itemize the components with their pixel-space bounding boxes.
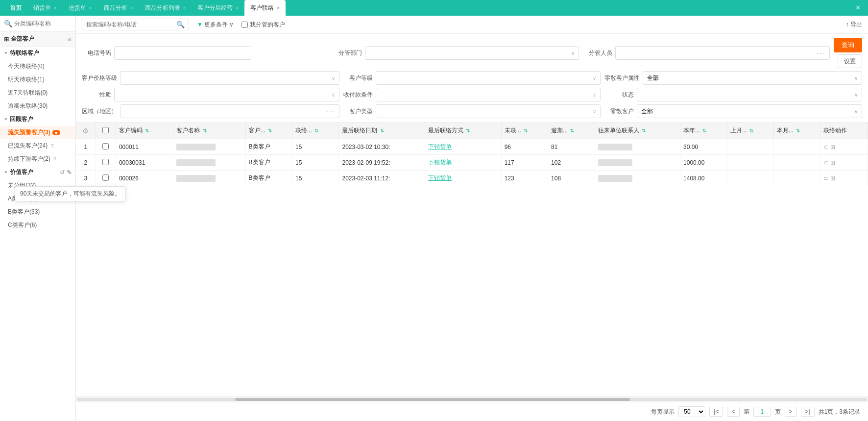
- more-icon[interactable]: ···: [817, 49, 825, 57]
- search-input[interactable]: [86, 21, 174, 28]
- row-checkbox[interactable]: [96, 155, 116, 171]
- sidebar-group-pending[interactable]: ▼ 待联络客户: [0, 47, 75, 60]
- close-icon[interactable]: ×: [130, 5, 133, 11]
- sidebar-item-7days[interactable]: 近7天待联络(0): [0, 86, 75, 99]
- sidebar-search-bar[interactable]: 🔍: [0, 16, 75, 32]
- filter-retail-select[interactable]: 全部 ∨: [637, 104, 862, 118]
- filter-phone-input[interactable]: [114, 46, 251, 60]
- contact-way-link[interactable]: 下销货单: [428, 174, 452, 181]
- first-page-button[interactable]: |<: [709, 407, 723, 417]
- col-this-month[interactable]: 本月... ⇅: [773, 123, 820, 139]
- row-checkbox-input[interactable]: [102, 143, 109, 149]
- row-checkbox[interactable]: [96, 139, 116, 155]
- sidebar-item-class-c[interactable]: C类客户(6): [0, 219, 75, 232]
- scroll-thumb[interactable]: [235, 398, 630, 401]
- col-not-contacted[interactable]: 未联... ⇅: [501, 123, 548, 139]
- col-last-contact-date[interactable]: 最后联络日期 ⇅: [339, 123, 425, 139]
- row-last-contact-way[interactable]: 下销货单: [425, 171, 502, 186]
- refresh-icon[interactable]: ↺: [60, 169, 65, 176]
- filter-retail-attr-select[interactable]: 全部 ∨: [643, 71, 862, 85]
- collapse-icon[interactable]: «: [68, 35, 72, 43]
- sidebar-group-value[interactable]: ▼ 价值客户 ↺ ✎: [0, 166, 75, 179]
- row-actions[interactable]: ⊂⊞: [820, 155, 868, 171]
- sidebar-item-churned[interactable]: 已流失客户(24) ?: [0, 139, 75, 152]
- tab-product-analysis[interactable]: 商品分析 ×: [98, 0, 139, 16]
- filter-customer-grade-select[interactable]: ∨: [376, 71, 601, 85]
- gear-icon[interactable]: ⚙: [82, 127, 89, 135]
- menu-icon[interactable]: ⊞: [830, 144, 835, 150]
- menu-icon[interactable]: ⊞: [830, 159, 835, 166]
- close-icon[interactable]: ×: [277, 5, 280, 11]
- export-button[interactable]: ↑ 导出: [846, 21, 862, 29]
- filter-dept-select[interactable]: ∨: [365, 46, 579, 60]
- per-page-select[interactable]: 50 100 200: [678, 406, 705, 417]
- contact-way-link[interactable]: 下销货单: [428, 143, 452, 150]
- row-actions[interactable]: ⊂⊞: [820, 139, 868, 155]
- horizontal-scrollbar[interactable]: [76, 396, 868, 402]
- select-all-checkbox[interactable]: [102, 127, 109, 133]
- tab-product-analysis-list[interactable]: 商品分析列表 ×: [139, 0, 192, 16]
- row-last-contact-way[interactable]: 下销货单: [425, 155, 502, 171]
- filter-payment-select[interactable]: ∨: [376, 88, 601, 101]
- row-checkbox-input[interactable]: [102, 159, 109, 165]
- contact-way-link[interactable]: 下销货单: [428, 159, 452, 166]
- col-name[interactable]: 客户名称 ⇅: [173, 123, 245, 139]
- close-all-button[interactable]: ×: [852, 3, 864, 12]
- page-number-input[interactable]: [753, 407, 771, 417]
- tab-purchase[interactable]: 进货单 ×: [63, 0, 98, 16]
- filter-status-select[interactable]: ∨: [637, 88, 862, 101]
- last-page-button[interactable]: >|: [801, 407, 815, 417]
- col-unit-contacts[interactable]: 往来单位联系人 ⇅: [595, 123, 680, 139]
- tab-sales[interactable]: 销货单 ×: [27, 0, 63, 16]
- row-last-contact-way[interactable]: 下销货单: [425, 139, 502, 155]
- edit-icon[interactable]: ✎: [67, 169, 72, 176]
- row-actions[interactable]: ⊂⊞: [820, 171, 868, 186]
- sidebar-item-overdue[interactable]: 逾期未联络(30): [0, 99, 75, 113]
- sidebar-item-declining[interactable]: 持续下滑客户(2) ?: [0, 152, 75, 166]
- sidebar-item-today[interactable]: 今天待联络(0): [0, 60, 75, 73]
- search-icon[interactable]: 🔍: [176, 21, 185, 28]
- filter-nature-select[interactable]: ∨: [114, 88, 339, 101]
- col-type[interactable]: 客户... ⇅: [245, 123, 292, 139]
- col-contact[interactable]: 联络... ⇅: [292, 123, 339, 139]
- my-customers-checkbox-input[interactable]: [241, 22, 248, 28]
- col-code[interactable]: 客户编码 ⇅: [116, 123, 173, 139]
- tab-customer-layer[interactable]: 客户分层经营 ×: [192, 0, 244, 16]
- tab-home[interactable]: 首页: [4, 0, 27, 16]
- query-button[interactable]: 查询: [834, 38, 862, 52]
- col-last-month[interactable]: 上月... ⇅: [727, 123, 773, 139]
- col-checkbox[interactable]: [96, 123, 116, 139]
- filter-price-grade-select[interactable]: ∨: [120, 71, 339, 85]
- settings-button[interactable]: 设置: [838, 54, 862, 68]
- tab-customer-contact[interactable]: 客户联络 ×: [244, 0, 286, 16]
- close-icon[interactable]: ×: [236, 5, 239, 11]
- link-icon[interactable]: ⊂: [823, 159, 828, 166]
- sidebar-group-review[interactable]: ▼ 回顾客户: [0, 113, 75, 126]
- close-icon[interactable]: ×: [54, 5, 57, 11]
- prev-page-button[interactable]: <: [727, 407, 739, 417]
- link-icon[interactable]: ⊂: [823, 175, 828, 182]
- row-checkbox[interactable]: [96, 171, 116, 186]
- sidebar-item-tomorrow[interactable]: 明天待联络(1): [0, 73, 75, 86]
- more-filter-button[interactable]: ▼ 更多条件 ∨: [193, 19, 238, 30]
- filter-customer-type-select[interactable]: ∨: [376, 104, 601, 118]
- close-icon[interactable]: ×: [89, 5, 92, 11]
- all-customers-header[interactable]: ⊞ 全部客户 «: [0, 32, 75, 47]
- chevron-down-icon: ∨: [571, 50, 575, 56]
- filter-manager-select[interactable]: ···: [615, 46, 830, 60]
- menu-icon[interactable]: ⊞: [830, 175, 835, 182]
- more-icon[interactable]: ···: [326, 107, 335, 115]
- col-overdue[interactable]: 逾期... ⇅: [548, 123, 595, 139]
- col-last-contact-way[interactable]: 最后联络方式 ⇅: [425, 123, 502, 139]
- my-customers-checkbox[interactable]: 我分管的客户: [241, 21, 285, 29]
- sidebar-search-input[interactable]: [14, 20, 76, 27]
- col-this-year[interactable]: 本年... ⇅: [680, 123, 727, 139]
- close-icon[interactable]: ×: [183, 5, 186, 11]
- search-bar[interactable]: 🔍: [82, 19, 189, 30]
- row-checkbox-input[interactable]: [102, 174, 109, 181]
- sidebar-item-churn-warning[interactable]: 流失预警客户(3) ●: [0, 126, 75, 139]
- link-icon[interactable]: ⊂: [823, 144, 828, 150]
- next-page-button[interactable]: >: [785, 407, 797, 417]
- sidebar-item-class-b[interactable]: B类客户(33): [0, 205, 75, 219]
- filter-region-select[interactable]: ···: [120, 104, 339, 118]
